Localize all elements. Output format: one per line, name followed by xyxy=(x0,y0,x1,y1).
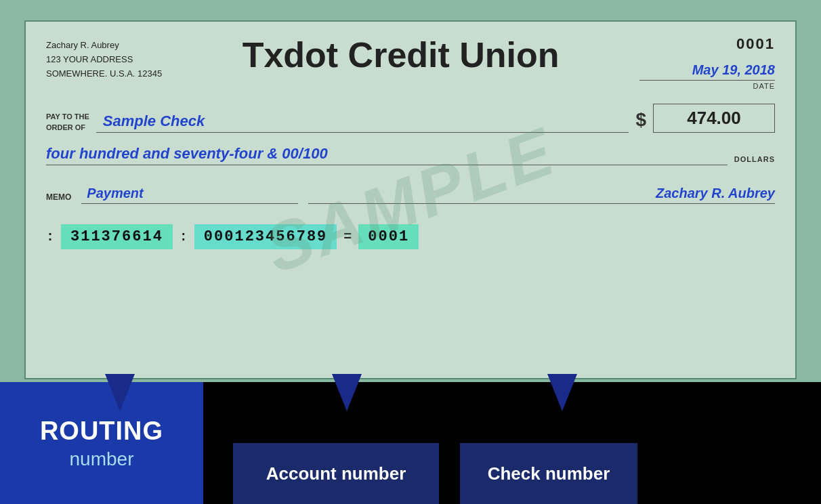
check-label-text: Check number xyxy=(488,463,610,484)
owner-info: Zachary R. Aubrey 123 YOUR ADDRESS SOMEW… xyxy=(46,39,162,81)
written-amount-row: four hundred and seventy-four & 00/100 D… xyxy=(46,145,775,165)
account-label-box: Account number xyxy=(233,443,439,504)
memo-value: Payment xyxy=(87,186,143,201)
routing-arrow xyxy=(105,374,135,411)
bank-name: Txdot Credit Union xyxy=(175,35,626,76)
signature-line: Zachary R. Aubrey xyxy=(308,186,775,204)
check-background: SAMPLE 0001 Zachary R. Aubrey 123 YOUR A… xyxy=(0,0,821,400)
check-paper: SAMPLE 0001 Zachary R. Aubrey 123 YOUR A… xyxy=(24,20,797,379)
micr-row: : 311376614 : 000123456789 = 0001 xyxy=(46,224,775,249)
routing-label-top: ROUTING xyxy=(40,417,163,446)
micr-check-number: 0001 xyxy=(358,224,419,249)
payee-line: Sample Check xyxy=(96,112,629,133)
account-arrow xyxy=(332,374,362,411)
pay-to-row: PAY TO THEORDER OF Sample Check $ 474.00 xyxy=(46,104,775,133)
date-section: May 19, 2018 DATE xyxy=(639,62,775,90)
dollars-label: DOLLARS xyxy=(734,155,775,165)
routing-label-bottom: number xyxy=(70,448,134,470)
micr-routing-number: 311376614 xyxy=(61,224,173,249)
micr-account-close: = xyxy=(343,229,352,245)
micr-routing-close: : xyxy=(180,229,188,245)
dollar-sign: $ xyxy=(635,109,646,133)
payee-name: Sample Check xyxy=(103,112,205,129)
written-amount-line: four hundred and seventy-four & 00/100 xyxy=(46,145,728,165)
memo-row: MEMO Payment Zachary R. Aubrey xyxy=(46,186,775,204)
routing-label-box: ROUTING number xyxy=(0,382,203,504)
micr-account-number: 000123456789 xyxy=(194,224,337,249)
owner-name: Zachary R. Aubrey xyxy=(46,39,162,53)
date-value: May 19, 2018 xyxy=(639,62,775,78)
amount-box: 474.00 xyxy=(653,104,775,133)
check-label-box: Check number xyxy=(460,443,637,504)
check-arrow xyxy=(547,374,577,411)
micr-routing-open: : xyxy=(46,229,54,245)
memo-label: MEMO xyxy=(46,192,71,204)
account-label-text: Account number xyxy=(266,463,406,484)
owner-address1: 123 YOUR ADDRESS xyxy=(46,53,162,67)
check-header: Zachary R. Aubrey 123 YOUR ADDRESS SOMEW… xyxy=(46,35,775,90)
written-amount-text: four hundred and seventy-four & 00/100 xyxy=(46,145,328,162)
check-number-top: 0001 xyxy=(736,35,775,53)
date-label: DATE xyxy=(639,80,775,90)
signature-text: Zachary R. Aubrey xyxy=(656,186,775,201)
memo-line: Payment xyxy=(81,186,298,204)
pay-to-label: PAY TO THEORDER OF xyxy=(46,112,89,133)
owner-address2: SOMEWHERE. U.S.A. 12345 xyxy=(46,67,162,81)
